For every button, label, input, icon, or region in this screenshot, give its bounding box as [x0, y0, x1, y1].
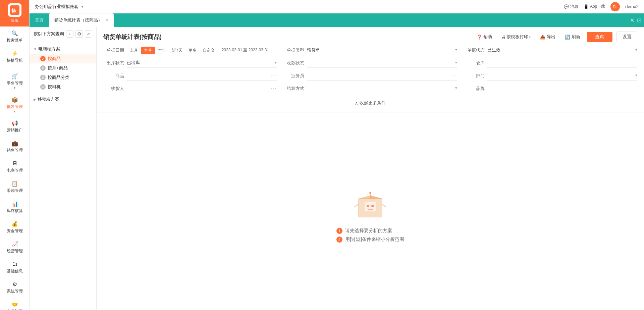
query-button[interactable]: 查询 — [587, 32, 612, 42]
sidebar-item-sales[interactable]: 💼 销售管理 — [0, 137, 29, 157]
date-pill-last-month[interactable]: 上月 — [127, 47, 141, 54]
sidebar-item-label: 批发管理 — [7, 104, 23, 110]
brand-control[interactable]: ··· — [487, 84, 637, 93]
sidebar-item-marketing[interactable]: 📢 营销推广 — [0, 116, 29, 137]
sidebar-item-finance[interactable]: 💰 资金管理 — [0, 217, 29, 237]
date-filter-label: 单据日期 — [103, 47, 127, 53]
out-status-control[interactable]: 已出库 ▾ — [127, 58, 277, 68]
export-btn[interactable]: 📤 导出 — [537, 33, 558, 41]
restore-btn[interactable]: ⊡ — [637, 17, 641, 23]
goods-dots: ··· — [271, 73, 277, 78]
left-panel-title: 按以下方案查询 — [34, 31, 64, 37]
scheme-settings-btn[interactable]: ⚙ — [75, 30, 83, 38]
empty-step-1: 1 请先选择要分析的方案 — [336, 228, 404, 234]
user-avatar[interactable]: Ea — [610, 2, 620, 11]
scheme-icon-category: 圆 — [40, 75, 46, 80]
receive-status-arrow: ▾ — [455, 60, 457, 65]
user-name[interactable]: demo2 — [625, 4, 639, 9]
sidebar-item-label: 销售管理 — [7, 148, 23, 153]
sidebar-item-ops[interactable]: 📈 经营管理 — [0, 237, 29, 257]
date-pill-custom[interactable]: 自定义 — [200, 47, 218, 54]
dept-filter-cell: 部门 ▾ — [464, 71, 637, 81]
payment-control[interactable]: ▾ — [307, 84, 457, 93]
brand-dots: ··· — [631, 86, 637, 91]
template-print-btn[interactable]: 🖨 按模板打印 ▾ — [499, 33, 533, 41]
sidebar-item-quicknav[interactable]: ⚡ 快捷导航 — [0, 47, 29, 67]
dept-control[interactable]: ▾ — [487, 71, 637, 81]
step-1-text: 请先选择要分析的方案 — [345, 228, 392, 234]
svg-point-8 — [371, 205, 374, 207]
sidebar-item-system[interactable]: ⚙ 系统管理 — [0, 277, 29, 298]
close-all-btn[interactable]: ✕ — [630, 17, 634, 23]
date-pill-this-year[interactable]: 本年 — [155, 47, 169, 54]
tab-sales-report-label: 销货单统计表（按商品） — [54, 17, 102, 23]
goods-control[interactable]: ··· — [127, 71, 277, 81]
scheme-icon-monthly: 圆 — [40, 65, 46, 71]
date-pill-this-month[interactable]: 本月 — [141, 47, 155, 54]
sidebar-item-ecommerce[interactable]: 🖥 电商管理 — [0, 157, 29, 177]
tree-item-by-category[interactable]: 圆 按商品分类 — [30, 73, 96, 82]
app-download-action[interactable]: 📱 App下载 — [584, 4, 605, 9]
date-filter-control: 上月 本月 本年 近7天 更多 自定义 2023-03-01 至 2023-03… — [127, 47, 277, 54]
tree-item-by-driver[interactable]: 圆 按司机 — [30, 82, 96, 92]
salesperson-control[interactable]: ··· — [307, 71, 457, 81]
dept-arrow: ▾ — [635, 73, 637, 78]
refresh-btn[interactable]: 🔄 刷新 — [562, 33, 583, 41]
doc-type-arrow: ▾ — [455, 48, 457, 52]
page-title: 销货单统计表(按商品) — [103, 33, 162, 41]
collapse-section: ∧ 收起更多条件 — [103, 97, 637, 107]
sidebar-item-retail[interactable]: 🛒 零售管理 ▼ — [0, 69, 29, 93]
collapse-panel-btn[interactable]: « — [85, 30, 92, 38]
svg-marker-3 — [359, 195, 370, 199]
warehouse-control[interactable]: ··· — [487, 58, 637, 68]
doc-status-control[interactable]: 已生效 ▾ — [487, 46, 637, 55]
brand-label: 品牌 — [464, 86, 487, 92]
add-scheme-btn[interactable]: + — [66, 30, 73, 38]
print-icon: 🖨 — [501, 35, 506, 40]
tab-close-btn[interactable]: ✕ — [105, 18, 108, 22]
print-dropdown-arrow[interactable]: ▾ — [529, 35, 531, 39]
tree-item-by-goods[interactable]: ✓ 按商品 — [30, 54, 96, 63]
dropdown-arrow[interactable]: ▾ — [81, 4, 84, 9]
collapse-more-btn[interactable]: ∧ 收起更多条件 — [351, 99, 390, 107]
sidebar-item-purchase[interactable]: 📋 采购管理 — [0, 177, 29, 197]
doc-status-arrow: ▾ — [635, 48, 637, 52]
svg-point-11 — [369, 192, 371, 194]
receiver-control[interactable]: ··· — [127, 84, 277, 93]
sidebar-item-inventory[interactable]: 📊 库存核算 — [0, 197, 29, 217]
receiver-filter-cell: 收货人 ··· — [103, 84, 277, 93]
step-num-1: 1 — [336, 228, 342, 234]
tree-mobile[interactable]: ▶ 移动端方案 — [30, 94, 96, 104]
date-pill-7days[interactable]: 近7天 — [169, 47, 185, 54]
sidebar-item-label: 采购管理 — [7, 188, 23, 194]
doc-type-control[interactable]: 销货单 ▾ — [307, 46, 457, 55]
salesperson-filter-cell: 业务员 ··· — [283, 71, 457, 81]
out-status-filter-cell: 出库状态 已出库 ▾ — [103, 58, 277, 68]
tree-item-by-month-goods[interactable]: 圆 按月+商品 — [30, 63, 96, 73]
page-body: 按以下方案查询 + ⚙ « ▼ 电脑端方案 ✓ 按商品 圆 按月+ — [30, 27, 644, 310]
sidebar-item-base[interactable]: 🗂 基础信息 — [0, 257, 29, 277]
receive-status-control[interactable]: ▾ — [307, 58, 457, 68]
sidebar-item-enterprise[interactable]: 🤝 企业协同 — [0, 298, 29, 310]
search-icon: 🔍 — [11, 30, 18, 37]
tree-desktop[interactable]: ▼ 电脑端方案 — [30, 44, 96, 54]
sidebar-logo[interactable]: 畅 标版 — [0, 0, 29, 27]
sidebar-item-wholesale[interactable]: 📦 批发管理 ▲ — [0, 93, 29, 116]
warehouse-dots: ··· — [631, 60, 637, 65]
finance-icon: 💰 — [11, 220, 18, 227]
tab-home[interactable]: 首页 — [30, 13, 49, 27]
doc-type-value: 销货单 — [307, 47, 320, 53]
help-btn[interactable]: ❓ 帮助 — [474, 33, 495, 41]
date-pill-more[interactable]: 更多 — [185, 47, 200, 54]
sidebar-logo-text: 标版 — [11, 18, 18, 23]
salesperson-label: 业务员 — [283, 73, 307, 79]
tree-desktop-label: 电脑端方案 — [38, 46, 60, 52]
sidebar-item-search[interactable]: 🔍 搜索菜单 — [0, 27, 29, 47]
date-range-display[interactable]: 2023-03-01 至 2023-03-31 — [220, 47, 270, 54]
top-header: 办公用品行业模拟账套 ▾ 💬 消息 📱 App下载 Ea demo2 — [30, 0, 644, 13]
tab-sales-report[interactable]: 销货单统计表（按商品） ✕ — [49, 13, 114, 27]
empty-steps: 1 请先选择要分析的方案 2 用[过滤]条件来缩小分析范围 — [336, 228, 404, 243]
settings-button[interactable]: 设置 — [616, 32, 637, 42]
avatar-initial: Ea — [613, 5, 618, 9]
message-action[interactable]: 💬 消息 — [564, 4, 578, 9]
